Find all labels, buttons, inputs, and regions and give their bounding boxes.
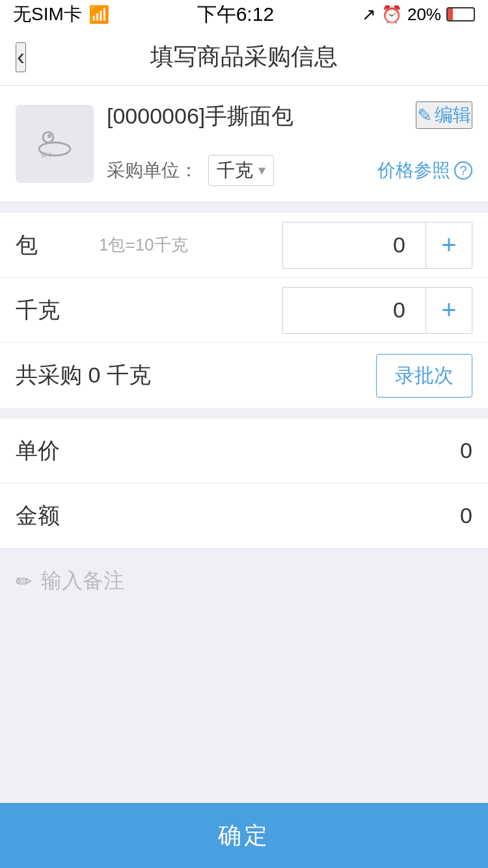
remark-placeholder: 输入备注 (41, 567, 124, 595)
battery-percent: 20% (407, 5, 441, 25)
price-ref-label: 价格参照 (377, 158, 450, 183)
help-icon: ? (454, 161, 472, 180)
bag-input[interactable] (282, 222, 426, 269)
bag-plus-button[interactable]: + (426, 222, 472, 269)
product-card: 智十 [0000006]手撕面包 ✎ 编辑 采购单位： 千克 ▾ (0, 86, 488, 202)
alarm-icon: ⏰ (381, 5, 402, 25)
product-info: [0000006]手撕面包 ✎ 编辑 采购单位： 千克 ▾ 价格参照 ? (107, 102, 472, 186)
bag-input-wrap: + (282, 222, 472, 269)
product-image: 智十 (16, 105, 94, 183)
pencil-icon: ✏ (16, 570, 32, 593)
svg-text:智十: 智十 (40, 151, 53, 158)
unit-price-value: 0 (460, 438, 472, 463)
edit-button[interactable]: ✎ 编辑 (416, 102, 472, 129)
empty-space (0, 614, 488, 803)
kg-input[interactable] (282, 287, 426, 334)
kg-input-wrap: + (282, 287, 472, 334)
unit-price-row: 单价 0 (0, 418, 488, 483)
product-meta: 采购单位： 千克 ▾ 价格参照 ? (107, 155, 472, 186)
gps-icon: ↗ (362, 5, 376, 25)
edit-icon: ✎ (417, 105, 432, 126)
bag-input-row: 包 1包=10千克 + (0, 213, 488, 278)
battery-icon (446, 7, 475, 21)
amount-label: 金额 (16, 501, 60, 531)
remark-section[interactable]: ✏ 输入备注 (0, 549, 488, 614)
bottom-area: 确定 (0, 803, 488, 868)
unit-value: 千克 (217, 158, 253, 183)
price-ref-button[interactable]: 价格参照 ? (377, 158, 472, 183)
amount-value: 0 (460, 503, 472, 528)
summary-text: 共采购 0 千克 (16, 360, 151, 390)
status-left: 无SIM卡 📶 (13, 2, 109, 27)
amount-row: 金额 0 (0, 483, 488, 549)
back-button[interactable]: ‹ (16, 42, 26, 72)
confirm-button[interactable]: 确定 (0, 803, 488, 868)
nav-bar: ‹ 填写商品采购信息 (0, 29, 488, 86)
status-bar: 无SIM卡 📶 下午6:12 ↗ ⏰ 20% (0, 0, 488, 29)
section-divider-2 (0, 408, 488, 418)
kg-input-row: 千克 + (0, 278, 488, 343)
section-divider-1 (0, 202, 488, 213)
bag-hint: 1包=10千克 (99, 234, 188, 256)
kg-plus-button[interactable]: + (426, 287, 472, 334)
price-info-section: 单价 0 金额 0 (0, 418, 488, 549)
status-time: 下午6:12 (197, 1, 274, 28)
svg-point-1 (47, 134, 51, 138)
wifi-icon: 📶 (88, 5, 109, 25)
sim-text: 无SIM卡 (13, 2, 82, 27)
status-right: ↗ ⏰ 20% (362, 5, 475, 25)
unit-label: 采购单位： (107, 158, 198, 183)
product-name: [0000006]手撕面包 (107, 102, 293, 131)
unit-price-label: 单价 (16, 436, 60, 466)
unit-selector[interactable]: 千克 ▾ (208, 155, 274, 186)
chevron-down-icon: ▾ (258, 162, 265, 179)
bag-label: 包 (16, 230, 94, 260)
input-section: 包 1包=10千克 + 千克 + (0, 213, 488, 343)
batch-button[interactable]: 录批次 (376, 354, 472, 398)
product-image-placeholder: 智十 (35, 126, 74, 162)
summary-row: 共采购 0 千克 录批次 (0, 343, 488, 408)
kg-label: 千克 (16, 295, 94, 325)
page-title: 填写商品采购信息 (150, 41, 338, 73)
